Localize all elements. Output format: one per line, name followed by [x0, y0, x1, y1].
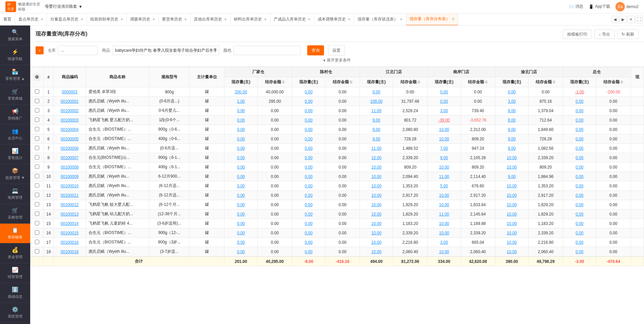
close-icon[interactable]: ✕: [224, 17, 227, 21]
row-c1-qty[interactable]: 0.00: [224, 191, 258, 200]
row-c2-qty[interactable]: 0.00: [292, 144, 325, 153]
row-t-qty[interactable]: 0.00: [563, 144, 596, 153]
sidebar-item-search[interactable]: 🔍 搜索英单: [0, 26, 30, 45]
warehouse-input[interactable]: [58, 46, 98, 55]
sidebar-item-member[interactable]: 👥 会员中心: [0, 125, 30, 144]
close-icon[interactable]: ✕: [120, 17, 123, 21]
row-c1-qty[interactable]: 0.00: [224, 172, 258, 181]
tab-pandian[interactable]: 盘点单历史 ✕: [15, 13, 47, 26]
row-c4-qty[interactable]: 3.00: [428, 106, 461, 115]
row-c3-qty[interactable]: 10.00: [360, 163, 393, 172]
tab-diaob[interactable]: 调拨单历史 ✕: [127, 13, 159, 26]
export-btn[interactable]: ↓ 导出: [594, 30, 614, 39]
row-c5-qty[interactable]: 9.00: [495, 172, 528, 181]
row-c3-qty[interactable]: 11.00: [360, 144, 393, 153]
row-check[interactable]: [31, 125, 44, 134]
sidebar-item-ecom[interactable]: 💻 电商管理: [0, 184, 30, 204]
row-check[interactable]: [31, 210, 44, 219]
tab-yaohuo[interactable]: 要货单历史 ✕: [159, 13, 191, 26]
info-icon-2[interactable]: ①: [350, 80, 353, 84]
row-t-qty[interactable]: 0.00: [563, 191, 596, 200]
row-check[interactable]: [31, 106, 44, 115]
sidebar-item-system[interactable]: ⚙️ 系统管理: [0, 303, 30, 323]
row-t-qty[interactable]: 0.00: [563, 210, 596, 219]
row-c2-qty[interactable]: 0.00: [292, 181, 325, 191]
row-c3-qty[interactable]: 10.00: [360, 247, 393, 257]
row-code[interactable]: 00100015: [54, 228, 86, 238]
row-c1-qty[interactable]: 0.00: [224, 134, 258, 144]
row-t-qty[interactable]: 0.00: [563, 238, 596, 247]
row-c4-qty[interactable]: 5.00: [428, 181, 461, 191]
sidebar-item-purchase[interactable]: 🛒 采购管理: [0, 204, 30, 224]
row-code[interactable]: 00100005: [54, 134, 86, 144]
close-icon[interactable]: ✕: [184, 17, 187, 21]
row-c4-qty[interactable]: 0.00: [428, 97, 461, 106]
sidebar-item-finance[interactable]: 💰 资金管理: [0, 243, 30, 263]
row-c5-qty[interactable]: 0.00: [495, 87, 528, 97]
app-download-btn[interactable]: 📱 App下载: [589, 4, 610, 9]
row-c2-qty[interactable]: 0.00: [292, 153, 325, 163]
row-check[interactable]: [31, 172, 44, 181]
info-icon-4[interactable]: ①: [485, 80, 488, 84]
info-icon-6[interactable]: ①: [620, 80, 623, 84]
row-t-qty[interactable]: 0.00: [563, 163, 596, 172]
row-c5-qty[interactable]: 10.00: [495, 228, 528, 238]
sidebar-item-retail-mgmt[interactable]: 🏪 零售管理 ▲: [0, 65, 30, 85]
row-c2-qty[interactable]: 0.00: [292, 172, 325, 181]
row-c3-qty[interactable]: 10.00: [360, 238, 393, 247]
row-t-qty[interactable]: -1.00: [563, 87, 596, 97]
row-code[interactable]: 00100010: [54, 181, 86, 191]
settings-btn[interactable]: 设置: [328, 45, 345, 55]
row-check[interactable]: [31, 247, 44, 257]
message-btn[interactable]: ✉️ 消息: [569, 4, 583, 9]
row-c4-qty[interactable]: 9.00: [428, 153, 461, 163]
row-c1-qty[interactable]: 200.00: [224, 87, 258, 97]
row-code[interactable]: 00100011: [54, 191, 86, 200]
row-c1-qty[interactable]: 0.00: [224, 200, 258, 210]
row-code[interactable]: 00100016: [54, 238, 86, 247]
row-t-qty[interactable]: 0.00: [563, 125, 596, 134]
tab-home[interactable]: 首页: [0, 13, 15, 26]
close-icon[interactable]: ✕: [308, 17, 311, 21]
row-c2-qty[interactable]: 0.00: [292, 97, 325, 106]
row-c2-qty[interactable]: 0.00: [292, 87, 325, 97]
row-c4-qty[interactable]: 10.00: [428, 125, 461, 134]
tab-qita[interactable]: 其他出库单历史 ✕: [191, 13, 230, 26]
row-c4-qty[interactable]: 11.00: [428, 172, 461, 181]
row-c1-qty[interactable]: 0.00: [224, 238, 258, 247]
row-c2-qty[interactable]: 0.00: [292, 238, 325, 247]
tab-fenpan[interactable]: 分量盘点单历史 ✕: [47, 13, 87, 26]
close-icon[interactable]: ✕: [400, 17, 402, 21]
row-c1-qty[interactable]: 0.00: [224, 228, 258, 238]
row-check[interactable]: [31, 181, 44, 191]
refresh-btn[interactable]: ↻ 刷新: [617, 30, 639, 39]
row-check[interactable]: [31, 238, 44, 247]
row-check[interactable]: [31, 97, 44, 106]
row-code[interactable]: 00100002: [54, 106, 86, 115]
row-code[interactable]: 0000003: [54, 87, 86, 97]
sidebar-item-corp[interactable]: 🤝 企业协同: [0, 323, 30, 324]
row-code[interactable]: 00100006: [54, 144, 86, 153]
tab-kucun-status[interactable]: 现存量（库存状况表）✕: [354, 13, 406, 26]
row-t-qty[interactable]: 0.00: [563, 134, 596, 144]
row-code[interactable]: 00100014: [54, 219, 86, 228]
row-c2-qty[interactable]: 0.00: [292, 106, 325, 115]
row-code[interactable]: 00100008: [54, 163, 86, 172]
tab-chengpin[interactable]: 产成品入库单历史 ✕: [270, 13, 314, 26]
row-c1-qty[interactable]: 1.00: [224, 97, 258, 106]
row-c4-qty[interactable]: 10.00: [428, 219, 461, 228]
row-check[interactable]: [31, 228, 44, 238]
row-c3-qty[interactable]: 0.00: [360, 87, 393, 97]
row-c5-qty[interactable]: 10.00: [495, 163, 528, 172]
row-code[interactable]: 00100018: [54, 247, 86, 257]
tab-fullscreen-btn[interactable]: ⛶: [635, 16, 643, 23]
row-c2-qty[interactable]: 0.00: [292, 219, 325, 228]
user-area[interactable]: Ea demo2: [615, 2, 639, 11]
close-icon[interactable]: ✕: [80, 17, 83, 21]
row-c1-qty[interactable]: 0.00: [224, 163, 258, 172]
tab-next-btn[interactable]: ▶: [619, 16, 627, 23]
row-c3-qty[interactable]: 10.00: [360, 191, 393, 200]
row-c3-qty[interactable]: 10.00: [360, 181, 393, 191]
row-c1-qty[interactable]: 0.00: [224, 153, 258, 163]
row-check[interactable]: [31, 191, 44, 200]
